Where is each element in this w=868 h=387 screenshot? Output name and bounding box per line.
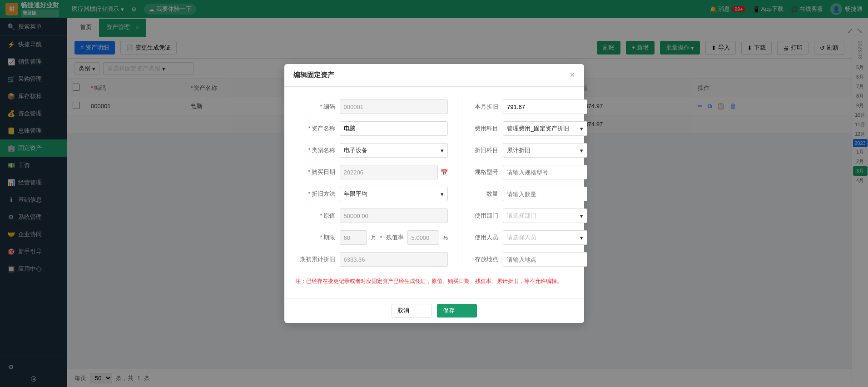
department-label: 使用部门 [466, 212, 498, 220]
form-row-dep-method: *折旧方法 年限平均 ▾ [299, 183, 448, 205]
period-input[interactable] [340, 230, 367, 245]
period-label: *期限 [299, 233, 335, 242]
expense-subject-select[interactable]: 管理费用_固定资产折旧 ▾ [503, 121, 587, 136]
category-select[interactable]: 电子设备 ▾ [340, 143, 448, 158]
edit-fixed-asset-modal: 编辑固定资产 × *编码 *资产名称 [284, 64, 584, 323]
modal-header: 编辑固定资产 × [284, 64, 584, 87]
form-row-dep-subject: 折旧科目 累计折旧 ▾ [466, 139, 587, 161]
form-left-section: *编码 *资产名称 *类别名称 [295, 96, 458, 270]
location-input[interactable] [503, 252, 587, 267]
purchase-date-label: *购买日期 [299, 168, 335, 176]
dep-subject-arrow: ▾ [580, 147, 583, 154]
category-select-arrow: ▾ [441, 147, 444, 154]
form-row-model: 规格型号 [466, 161, 587, 183]
location-label: 存放地点 [466, 255, 498, 263]
form-row-expense-subject: 费用科目 管理费用_固定资产折旧 ▾ [466, 118, 587, 139]
person-select[interactable]: 请选择人员 ▾ [503, 230, 587, 245]
category-label: *类别名称 [299, 146, 335, 154]
dep-method-arrow: ▾ [441, 191, 444, 198]
form-row-initial-dep: 期初累计折旧 [299, 248, 448, 270]
dep-method-select[interactable]: 年限平均 ▾ [340, 187, 448, 201]
form-row-department: 使用部门 请选择部门 ▾ [466, 205, 587, 227]
monthly-dep-label: 本月折旧 [466, 103, 498, 111]
form-row-monthly-dep: 本月折旧 [466, 96, 587, 118]
modal-footer: 取消 保存 [284, 298, 584, 323]
dep-subject-select[interactable]: 累计折旧 ▾ [503, 143, 587, 158]
residual-rate-input[interactable] [407, 230, 439, 245]
form-grid: *编码 *资产名称 *类别名称 [295, 96, 573, 270]
save-btn[interactable]: 保存 [437, 304, 477, 318]
form-right-section: 本月折旧 费用科目 管理费用_固定资产折旧 ▾ [457, 96, 591, 270]
person-label: 使用人员 [466, 233, 498, 242]
purchase-date-input[interactable] [340, 165, 438, 179]
purchase-date-group: 📅 [340, 165, 448, 179]
quantity-input[interactable] [503, 187, 587, 201]
model-label: 规格型号 [466, 168, 498, 176]
form-note: 注：已经存在变更记录或者对应固定资产已经生成凭证，原值、购买日期、残值率、累计折… [295, 274, 573, 289]
form-row-location: 存放地点 [466, 248, 587, 270]
initial-dep-input[interactable] [340, 252, 448, 267]
modal-body: *编码 *资产名称 *类别名称 [284, 87, 584, 298]
modal-close-btn[interactable]: × [570, 70, 575, 80]
form-row-person: 使用人员 请选择人员 ▾ [466, 227, 587, 248]
name-label: *资产名称 [299, 124, 335, 133]
dep-method-label: *折旧方法 [299, 190, 335, 198]
quantity-label: 数量 [466, 190, 498, 198]
form-row-category: *类别名称 电子设备 ▾ [299, 139, 448, 161]
calendar-icon[interactable]: 📅 [441, 169, 448, 176]
original-value-label: *原值 [299, 212, 335, 220]
department-select[interactable]: 请选择部门 ▾ [503, 208, 587, 223]
form-row-original-value: *原值 [299, 205, 448, 227]
modal-title: 编辑固定资产 [293, 71, 334, 79]
initial-dep-label: 期初累计折旧 [299, 255, 335, 263]
original-value-input[interactable] [340, 208, 448, 223]
monthly-dep-input[interactable] [503, 99, 587, 114]
person-arrow: ▾ [580, 234, 583, 241]
form-row-name: *资产名称 [299, 118, 448, 139]
dep-subject-label: 折旧科目 [466, 146, 498, 154]
code-label: *编码 [299, 103, 335, 111]
form-row-quantity: 数量 [466, 183, 587, 205]
form-row-purchase-date: *购买日期 📅 [299, 161, 448, 183]
expense-subject-label: 费用科目 [466, 124, 498, 133]
cancel-btn[interactable]: 取消 [392, 304, 432, 318]
expense-subject-arrow: ▾ [580, 125, 583, 132]
period-residual-group: 月 * 残值率 % [340, 230, 448, 245]
model-input[interactable] [503, 165, 587, 179]
form-row-period: *期限 月 * 残值率 % [299, 227, 448, 248]
form-row-code: *编码 [299, 96, 448, 118]
code-input[interactable] [340, 99, 448, 114]
name-input[interactable] [340, 121, 448, 136]
department-arrow: ▾ [580, 213, 583, 219]
modal-overlay: 编辑固定资产 × *编码 *资产名称 [0, 0, 868, 387]
